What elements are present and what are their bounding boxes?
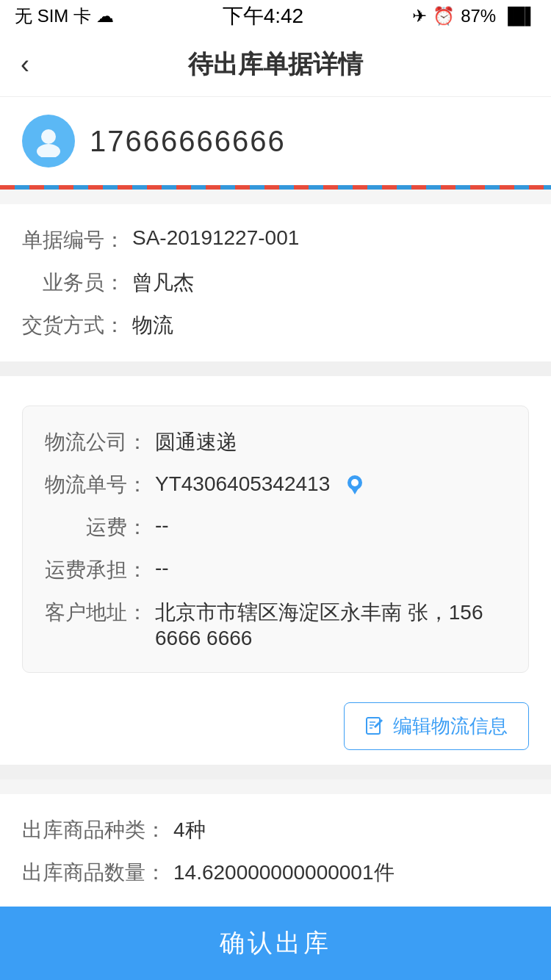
- confirm-button[interactable]: 确认出库: [0, 907, 551, 980]
- section-divider-1: [0, 361, 551, 376]
- freight-row: 运费： --: [45, 514, 506, 541]
- goods-quantity-label: 出库商品数量：: [22, 859, 173, 887]
- freight-bearer-label: 运费承担：: [45, 556, 155, 584]
- tracking-label: 物流单号：: [45, 471, 155, 499]
- goods-quantity-row: 出库商品数量： 14.620000000000001件: [22, 859, 529, 887]
- order-no-row: 单据编号： SA-20191227-001: [22, 226, 529, 254]
- svg-point-0: [41, 129, 56, 144]
- salesman-value: 曾凡杰: [132, 269, 529, 297]
- status-left: 无 SIM 卡 ☁: [15, 4, 114, 28]
- tracking-no: YT43064053424​13: [155, 472, 330, 496]
- logistics-section: 物流公司： 圆通速递 物流单号： YT43064053424​13 运费： --…: [0, 376, 551, 765]
- logistics-company-label: 物流公司：: [45, 428, 155, 456]
- order-no-value: SA-20191227-001: [132, 226, 529, 250]
- salesman-row: 业务员： 曾凡杰: [22, 269, 529, 297]
- logistics-company-row: 物流公司： 圆通速递: [45, 428, 506, 456]
- freight-label: 运费：: [45, 514, 155, 541]
- delivery-row: 交货方式： 物流: [22, 311, 529, 339]
- address-label: 客户地址：: [45, 599, 155, 627]
- battery-icon: ▐█▌: [502, 7, 536, 26]
- status-time: 下午4:42: [223, 2, 304, 30]
- goods-types-value: 4种: [173, 816, 206, 844]
- order-info-section: 单据编号： SA-20191227-001 业务员： 曾凡杰 交货方式： 物流: [0, 204, 551, 361]
- avatar: [22, 115, 75, 167]
- logistics-company-value: 圆通速递: [155, 428, 506, 456]
- order-no-label: 单据编号：: [22, 226, 132, 254]
- delivery-label: 交货方式：: [22, 311, 132, 339]
- edit-logistics-label: 编辑物流信息: [393, 713, 508, 739]
- dashed-separator: [0, 185, 551, 190]
- freight-bearer-row: 运费承担： --: [45, 556, 506, 584]
- address-value: 北京市市辖区海淀区永丰南 张，156 6666 6666: [155, 599, 506, 650]
- freight-bearer-value: --: [155, 556, 506, 580]
- page-title: 待出库单据详情: [188, 48, 363, 82]
- alarm-icon: ⏰: [433, 6, 455, 26]
- goods-types-row: 出库商品种类： 4种: [22, 816, 529, 844]
- nav-bar: ‹ 待出库单据详情: [0, 32, 551, 97]
- status-right: ✈ ⏰ 87% ▐█▌: [412, 6, 536, 26]
- sim-label: 无 SIM 卡 ☁: [15, 4, 114, 28]
- location-status-icon: ✈: [412, 6, 427, 26]
- svg-point-3: [351, 479, 359, 486]
- user-phone: 17666666666: [90, 125, 286, 158]
- map-pin-icon[interactable]: [342, 471, 368, 497]
- edit-btn-row: 编辑物流信息: [0, 688, 551, 765]
- user-header: 17666666666: [0, 97, 551, 185]
- status-bar: 无 SIM 卡 ☁ 下午4:42 ✈ ⏰ 87% ▐█▌: [0, 0, 551, 32]
- delivery-value: 物流: [132, 311, 529, 339]
- section-divider-2: [0, 765, 551, 779]
- goods-section: 出库商品种类： 4种 出库商品数量： 14.620000000000001件: [0, 794, 551, 909]
- user-icon: [32, 125, 65, 157]
- edit-icon: [365, 716, 386, 737]
- freight-value: --: [155, 514, 506, 537]
- edit-logistics-button[interactable]: 编辑物流信息: [344, 702, 529, 750]
- battery-level: 87%: [461, 6, 496, 26]
- salesman-label: 业务员：: [22, 269, 132, 297]
- back-button[interactable]: ‹: [21, 49, 29, 80]
- svg-point-1: [37, 144, 60, 157]
- svg-rect-5: [367, 718, 380, 734]
- address-row: 客户地址： 北京市市辖区海淀区永丰南 张，156 6666 6666: [45, 599, 506, 650]
- tracking-value-row: YT43064053424​13: [155, 471, 506, 497]
- svg-marker-4: [350, 487, 359, 494]
- goods-quantity-value: 14.620000000000001件: [173, 859, 395, 887]
- logistics-card: 物流公司： 圆通速递 物流单号： YT43064053424​13 运费： --…: [22, 406, 529, 673]
- goods-types-label: 出库商品种类：: [22, 816, 173, 844]
- tracking-row: 物流单号： YT43064053424​13: [45, 471, 506, 499]
